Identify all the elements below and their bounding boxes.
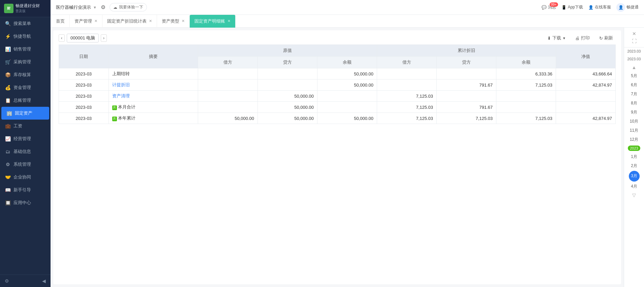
- company-dropdown-icon: ▼: [93, 5, 97, 9]
- tab-depreciation[interactable]: 固定资产折旧统计表 ✕: [102, 15, 157, 28]
- cell-net-value: 42,874.97: [556, 79, 616, 91]
- cell-dep-credit: 791.67: [437, 79, 496, 91]
- tab-depreciation-close[interactable]: ✕: [149, 19, 152, 23]
- app-download-button[interactable]: 📱 App下载: [561, 4, 583, 10]
- logo-icon: 财: [4, 4, 13, 13]
- timeline-close-button[interactable]: ✕: [632, 30, 637, 37]
- timeline-month-6[interactable]: 6月: [624, 81, 644, 90]
- sidebar-item-purchase[interactable]: 🛒 采购管理: [0, 56, 51, 68]
- download-button[interactable]: ⬇ 下载 ▼: [545, 34, 569, 42]
- cell-summary: 上期结转: [109, 68, 198, 79]
- sidebar-item-capital[interactable]: 💰 资金管理: [0, 81, 51, 94]
- sidebar-item-label: 采购管理: [13, 59, 31, 65]
- sidebar-item-apps[interactable]: 🔲 应用中心: [0, 196, 51, 209]
- print-button[interactable]: 🖨 打印: [573, 34, 592, 42]
- timeline-year-badge: 2023: [628, 146, 640, 151]
- cell-dep-balance: [496, 102, 556, 113]
- apps-icon: 🔲: [5, 200, 11, 205]
- tab-asset-type-close[interactable]: ✕: [182, 19, 185, 23]
- cell-dep-credit: [437, 68, 496, 79]
- experience-label: 我要体验一下: [119, 4, 143, 10]
- tab-asset-type[interactable]: 资产类型 ✕: [157, 15, 190, 28]
- tab-home[interactable]: 首页: [56, 15, 70, 28]
- company-selector[interactable]: 医疗器械行业演示 ▼: [56, 4, 97, 10]
- sidebar-item-ledger[interactable]: 📋 总账管理: [0, 94, 51, 107]
- timeline-month-11[interactable]: 11月: [624, 126, 644, 135]
- col-dep-debit: 借方: [377, 57, 437, 68]
- collapse-icon[interactable]: ◀: [42, 278, 46, 284]
- timeline-down-arrow[interactable]: ▽: [631, 191, 637, 199]
- cell-dep-balance: 7,125.03: [496, 79, 556, 91]
- sidebar-item-label: 总账管理: [13, 97, 31, 103]
- sidebar-item-label: 工资: [13, 123, 22, 129]
- refresh-icon: ↻: [599, 36, 603, 41]
- sidebar-item-search[interactable]: 🔍 搜索菜单: [0, 17, 51, 30]
- timeline-month-3-active[interactable]: 3月: [629, 171, 640, 182]
- cell-summary[interactable]: 资产清理: [109, 91, 198, 102]
- cell-orig-balance: [317, 91, 377, 102]
- sidebar-item-inventory[interactable]: 📦 库存核算: [0, 68, 51, 81]
- guide-icon: 📖: [5, 187, 11, 193]
- timeline-expand-button[interactable]: ⛶: [631, 38, 637, 44]
- sidebar-item-fixed-assets[interactable]: 🏢 固定资产: [1, 107, 49, 120]
- cell-date: 2023-03: [59, 102, 109, 113]
- sidebar-item-sales[interactable]: 📊 销售管理: [0, 43, 51, 56]
- year-total-icon: 月: [112, 117, 117, 121]
- timeline-up-arrow[interactable]: ▲: [631, 63, 638, 71]
- ledger-icon: 📋: [5, 98, 11, 103]
- customer-service-button[interactable]: 👤 在线客服: [588, 4, 611, 10]
- toolbar-right: ⬇ 下载 ▼ 🖨 打印 ↻ 刷新: [545, 34, 616, 42]
- experience-button[interactable]: ☁ 我要体验一下: [110, 3, 147, 11]
- timeline-month-1[interactable]: 1月: [624, 152, 644, 161]
- topbar-right: 💬 消息 99+ 📱 App下载 👤 在线客服 👤 畅捷通: [542, 3, 639, 12]
- sidebar-item-collab[interactable]: 🤝 企业协同: [0, 171, 51, 184]
- fixed-assets-icon: 🏢: [6, 110, 12, 116]
- timeline-month-2[interactable]: 2月: [624, 161, 644, 170]
- tab-asset-mgmt-close[interactable]: ✕: [94, 19, 97, 23]
- col-dep-credit: 贷方: [437, 57, 496, 68]
- messages-button[interactable]: 💬 消息 99+: [542, 4, 556, 10]
- timeline-month-10[interactable]: 10月: [624, 117, 644, 126]
- sidebar-item-operations[interactable]: 📈 经营管理: [0, 132, 51, 145]
- sidebar-item-quicknav[interactable]: ⚡ 快捷导航: [0, 30, 51, 43]
- sidebar-item-label: 库存核算: [13, 72, 31, 78]
- topbar: 医疗器械行业演示 ▼ ⚙ ☁ 我要体验一下 💬 消息 99+ 📱 App下载 👤…: [51, 0, 644, 15]
- sidebar-item-system[interactable]: ⚙ 系统管理: [0, 158, 51, 171]
- cell-orig-balance: 50,000.00: [317, 113, 377, 124]
- timeline-month-4[interactable]: 4月: [624, 182, 644, 191]
- timeline-month-5[interactable]: 5月: [624, 71, 644, 81]
- messages-badge: 99+: [550, 2, 558, 7]
- cell-dep-debit: 7,125.03: [377, 113, 437, 124]
- tab-asset-mgmt[interactable]: 资产管理 ✕: [70, 15, 102, 28]
- col-date: 日期: [59, 45, 109, 68]
- settings-button[interactable]: ⚙: [101, 4, 105, 10]
- timeline-month-8[interactable]: 8月: [624, 99, 644, 108]
- next-asset-button[interactable]: ›: [101, 34, 107, 42]
- timeline-top-btns: ✕ ⛶: [624, 29, 644, 47]
- sidebar-item-guide[interactable]: 📖 新手引导: [0, 184, 51, 196]
- refresh-label: 刷新: [604, 35, 613, 41]
- timeline-month-12[interactable]: 12月: [624, 135, 644, 144]
- col-original-value: 原值: [198, 45, 377, 57]
- cell-date: 2023-03: [59, 79, 109, 91]
- sidebar-item-label: 系统管理: [13, 161, 31, 167]
- sidebar-item-salary[interactable]: 💼 工资: [0, 120, 51, 132]
- tab-asset-detail[interactable]: 固定资产明细账 ✕: [190, 15, 236, 28]
- cell-dep-balance: [496, 91, 556, 102]
- tab-asset-detail-close[interactable]: ✕: [227, 19, 231, 23]
- sidebar: 财 畅捷通好业财 普及版 🔍 搜索菜单 ⚡ 快捷导航 📊 销售管理 🛒 采购管理…: [0, 0, 51, 287]
- cell-net-value: 42,874.97: [556, 113, 616, 124]
- timeline-month-9[interactable]: 9月: [624, 108, 644, 117]
- prev-asset-button[interactable]: ‹: [59, 34, 65, 42]
- service-icon: 👤: [588, 5, 593, 10]
- cell-dep-balance: 6,333.36: [496, 68, 556, 79]
- refresh-button[interactable]: ↻ 刷新: [596, 34, 616, 42]
- table-row: 2023-03资产清理50,000.007,125.03: [59, 91, 616, 102]
- table-wrap: 日期 摘要 原值 累计折旧 净值 借方 贷方 余额 借方 贷方 余额: [53, 44, 621, 129]
- cell-summary[interactable]: 计提折旧: [109, 79, 198, 91]
- timeline-month-7[interactable]: 7月: [624, 90, 644, 99]
- user-menu[interactable]: 👤 畅捷通: [616, 3, 639, 12]
- sidebar-item-basics[interactable]: 🗂 基础信息: [0, 145, 51, 158]
- settings-icon[interactable]: ⚙: [5, 278, 9, 284]
- sidebar-item-label: 销售管理: [13, 46, 31, 52]
